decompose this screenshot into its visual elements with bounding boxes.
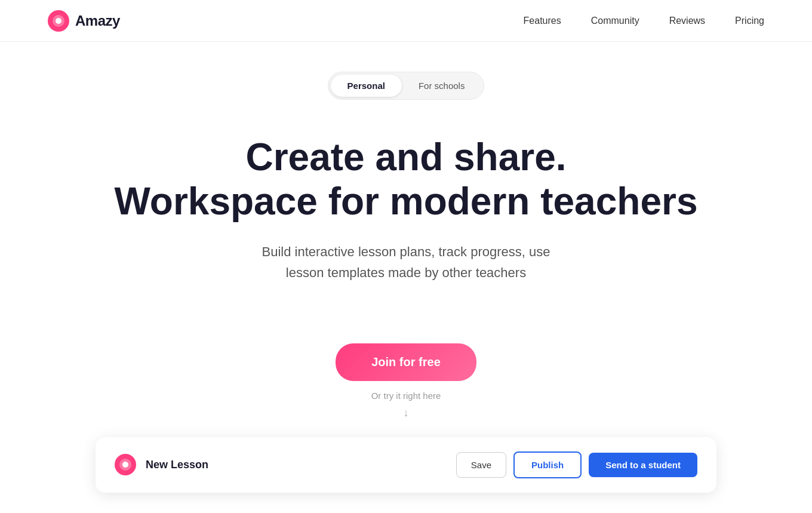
nav-pricing[interactable]: Pricing — [735, 16, 764, 26]
publish-button[interactable]: Publish — [513, 451, 582, 478]
audience-toggle-group: Personal For schools — [328, 72, 485, 100]
hero-title-line2: Workspace for modern teachers — [115, 180, 698, 223]
hero-subtitle-line1: Build interactive lesson plans, track pr… — [262, 244, 550, 259]
nav-reviews[interactable]: Reviews — [669, 16, 705, 26]
save-button[interactable]: Save — [456, 452, 506, 478]
audience-toggle-section: Personal For schools — [0, 72, 812, 100]
try-text: Or try it right here — [371, 391, 441, 401]
lesson-left: New Lesson — [115, 454, 208, 475]
header: Amazy Features Community Reviews Pricing — [0, 0, 812, 42]
arrow-down-icon: ↓ — [404, 407, 409, 419]
send-to-student-button[interactable]: Send to a student — [589, 453, 697, 477]
lesson-logo-icon — [115, 454, 136, 475]
toggle-personal[interactable]: Personal — [331, 75, 402, 97]
hero-title: Create and share. Workspace for modern t… — [48, 136, 764, 223]
lesson-card: New Lesson Save Publish Send to a studen… — [96, 437, 716, 493]
lesson-actions: Save Publish Send to a student — [456, 451, 697, 478]
logo[interactable]: Amazy — [48, 10, 120, 32]
svg-point-5 — [122, 462, 128, 468]
hero-subtitle-line2: lesson templates made by other teachers — [286, 265, 526, 280]
join-free-button[interactable]: Join for free — [336, 343, 476, 381]
hero-section: Create and share. Workspace for modern t… — [0, 100, 812, 308]
lesson-title: New Lesson — [146, 459, 208, 471]
nav-community[interactable]: Community — [591, 16, 639, 26]
main-nav: Features Community Reviews Pricing — [524, 16, 764, 26]
logo-text: Amazy — [75, 13, 120, 29]
toggle-for-schools[interactable]: For schools — [402, 75, 482, 97]
cta-section: Join for free Or try it right here ↓ — [0, 343, 812, 419]
nav-features[interactable]: Features — [524, 16, 561, 26]
svg-point-2 — [56, 18, 61, 24]
amazy-logo-icon — [48, 10, 69, 32]
hero-subtitle: Build interactive lesson plans, track pr… — [221, 241, 591, 283]
hero-title-line1: Create and share. — [245, 136, 566, 179]
